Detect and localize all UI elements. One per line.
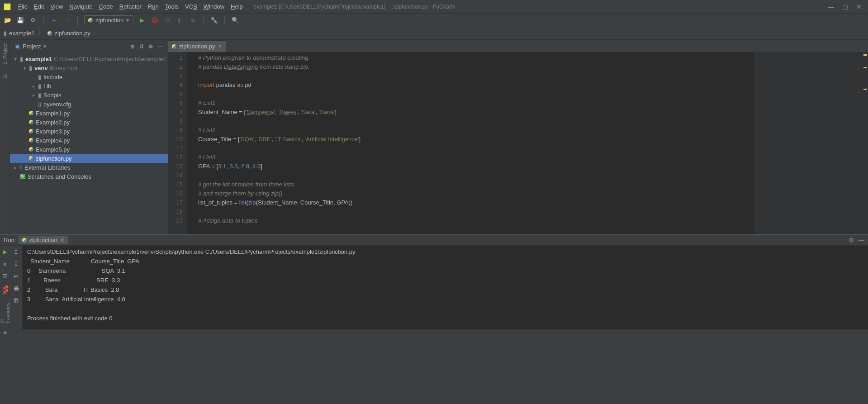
back-icon[interactable]: ←: [50, 16, 58, 24]
run-body: ▶ ■ ☰ 📌 ↥ ↧ ↩ 🖶 🗑 C:\Users\DELL\PycharmP…: [0, 246, 868, 329]
debug-button[interactable]: 🐞: [151, 16, 159, 24]
run-button[interactable]: ▶: [138, 16, 146, 24]
marker[interactable]: [863, 89, 867, 90]
tree-item[interactable]: ▸▮Lib: [10, 81, 168, 90]
maximize-button[interactable]: ▢: [842, 3, 848, 10]
layout-icon[interactable]: ☰: [2, 273, 8, 280]
console-output[interactable]: C:\Users\DELL\PycharmProjects\example1\v…: [23, 246, 868, 329]
settings-icon[interactable]: ⚙: [849, 237, 854, 243]
minimize-button[interactable]: —: [828, 3, 834, 10]
expand-arrow-icon[interactable]: ▸: [33, 84, 38, 89]
menu-help[interactable]: Help: [228, 2, 246, 11]
profile-icon[interactable]: ◧: [176, 16, 184, 24]
editor-tab-active[interactable]: zipfunction.py ✕: [168, 40, 226, 52]
pin-icon[interactable]: 📌: [2, 289, 9, 295]
tree-scratches[interactable]: ✎Scratches and Consoles: [10, 172, 168, 181]
close-button[interactable]: ✕: [856, 3, 862, 10]
tab-label: zipfunction.py: [179, 43, 215, 50]
tree-item[interactable]: ▯pyvenv.cfg: [10, 100, 168, 109]
tree-label: Scripts: [43, 92, 62, 99]
python-file-icon: [29, 129, 33, 133]
hide-icon[interactable]: —: [158, 43, 163, 50]
menu-run[interactable]: Run: [145, 2, 161, 11]
expand-arrow-icon[interactable]: ▸: [33, 93, 38, 98]
run-config-selector[interactable]: zipfunction ▾: [84, 15, 133, 25]
project-tool-window-button[interactable]: 1: Project: [2, 43, 8, 64]
forward-icon[interactable]: →: [63, 16, 71, 24]
menu-code[interactable]: Code: [96, 2, 116, 11]
refresh-icon[interactable]: ⟳: [29, 16, 37, 24]
editor-tabs: zipfunction.py ✕: [168, 40, 868, 52]
build-icon[interactable]: 🔧: [210, 16, 218, 24]
tree-file[interactable]: Example3.py: [10, 127, 168, 136]
find-icon[interactable]: 🔍: [231, 16, 239, 24]
library-icon: ⫴: [20, 164, 22, 171]
tree-label: Example4.py: [36, 137, 70, 144]
tree-file-selected[interactable]: zipfunction.py: [10, 154, 168, 163]
favorites-tool-window-button[interactable]: 2: Favorites: [0, 301, 10, 323]
python-file-icon: [47, 31, 52, 36]
code-editor[interactable]: 12345678910111213141516171819 # Python p…: [168, 52, 868, 234]
expand-arrow-icon[interactable]: ▾: [24, 66, 29, 71]
down-icon[interactable]: ↧: [14, 261, 19, 267]
line-numbers: 12345678910111213141516171819: [168, 52, 187, 234]
run-coverage-icon[interactable]: ⧉: [163, 16, 171, 24]
project-panel: ▣ Project ▾ ⊕ ⇵ ⚙ — ▾ ▮ example1 C:\User…: [10, 40, 168, 234]
project-tree[interactable]: ▾ ▮ example1 C:\Users\DELL\PycharmProjec…: [10, 53, 168, 234]
run-tab[interactable]: zipfunction ✕: [19, 236, 68, 244]
expand-arrow-icon[interactable]: ▾: [14, 57, 20, 62]
expand-arrow-icon[interactable]: ▸: [14, 165, 20, 170]
folder-icon: ▮: [38, 74, 41, 81]
menu-refactor[interactable]: Refactor: [117, 2, 144, 11]
menu-bar: File Edit View Navigate Code Refactor Ru…: [15, 2, 246, 11]
tree-item[interactable]: ▸▮Scripts: [10, 90, 168, 100]
settings-icon[interactable]: ⚙: [148, 43, 153, 50]
tree-file[interactable]: Example1.py: [10, 109, 168, 118]
clear-icon[interactable]: 🗑: [13, 297, 19, 304]
close-tab-icon[interactable]: ✕: [60, 237, 65, 243]
tree-item[interactable]: ▮Include: [10, 72, 168, 81]
python-file-icon: [172, 44, 176, 49]
code-content[interactable]: # Python program to demonstrate creating…: [194, 52, 754, 234]
stop-icon[interactable]: ■: [3, 261, 7, 267]
main-toolbar: 📂 💾 ⟳ ← → zipfunction ▾ ▶ 🐞 ⧉ ◧ ■ 🔧 🔍: [0, 14, 868, 27]
tree-file[interactable]: Example2.py: [10, 118, 168, 127]
window-controls: — ▢ ✕: [828, 3, 864, 10]
error-stripe[interactable]: [863, 52, 868, 234]
tree-label: External Libraries: [24, 164, 70, 171]
hide-icon[interactable]: —: [859, 237, 864, 243]
tree-file[interactable]: Example4.py: [10, 136, 168, 145]
marker[interactable]: [863, 67, 867, 68]
save-all-icon[interactable]: 💾: [16, 16, 24, 24]
navigation-bar: ▮ example1 〉 zipfunction.py: [0, 27, 868, 40]
open-icon[interactable]: 📂: [4, 16, 12, 24]
soft-wrap-icon[interactable]: ↩: [14, 273, 19, 280]
menu-file[interactable]: File: [15, 2, 30, 11]
warning-mark[interactable]: [863, 54, 867, 56]
tree-label: example1: [25, 56, 52, 62]
tree-file[interactable]: Example5.py: [10, 145, 168, 154]
tree-external-libraries[interactable]: ▸⫴External Libraries: [10, 163, 168, 172]
print-icon[interactable]: 🖶: [13, 285, 19, 292]
project-view-icon: ▣: [14, 43, 20, 50]
menu-edit[interactable]: Edit: [31, 2, 47, 11]
tree-venv[interactable]: ▾ ▮ venv library root: [10, 63, 168, 72]
menu-vcs[interactable]: VCS: [182, 2, 200, 11]
star-icon[interactable]: ★: [3, 329, 8, 336]
nav-project[interactable]: ▮ example1: [4, 30, 34, 37]
menu-navigate[interactable]: Navigate: [66, 2, 95, 11]
expand-all-icon[interactable]: ⇵: [139, 43, 144, 50]
close-tab-icon[interactable]: ✕: [218, 43, 222, 49]
tree-project-root[interactable]: ▾ ▮ example1 C:\Users\DELL\PycharmProjec…: [10, 54, 168, 63]
rerun-icon[interactable]: ▶: [3, 248, 7, 255]
project-panel-title[interactable]: ▣ Project ▾: [14, 43, 47, 50]
locate-icon[interactable]: ⊕: [130, 43, 135, 50]
menu-view[interactable]: View: [47, 2, 66, 11]
up-icon[interactable]: ↥: [14, 248, 19, 255]
folder-icon: ▮: [20, 56, 23, 62]
nav-file[interactable]: zipfunction.py: [47, 30, 90, 37]
menu-tools[interactable]: Tools: [162, 2, 181, 11]
structure-tool-icon[interactable]: ▤: [2, 72, 7, 79]
menu-window[interactable]: Window: [201, 2, 227, 11]
stop-button[interactable]: ■: [189, 16, 197, 24]
